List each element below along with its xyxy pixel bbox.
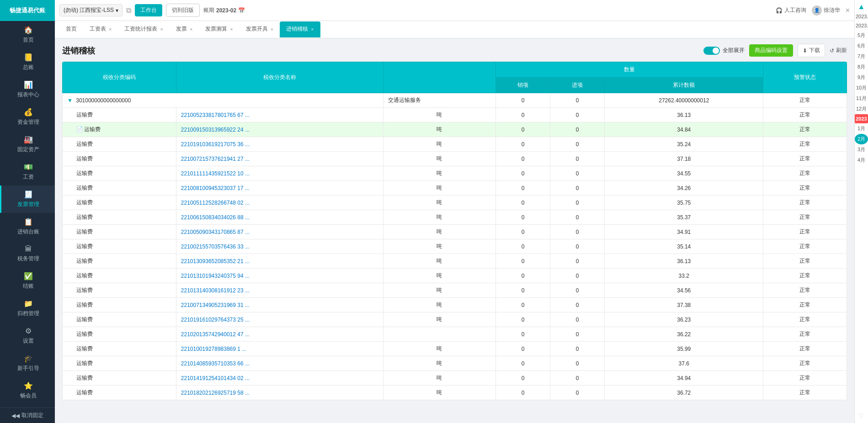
support-link[interactable]: 🎧 人工咨询: [776, 6, 806, 14]
tax-icon: 🏛: [25, 245, 32, 253]
table-row[interactable]: 运输费 221011111435921522 10 ... 吨 0 0 34.5…: [63, 166, 847, 181]
expand-icon[interactable]: ▼: [67, 97, 73, 104]
cell-tag: 吨: [383, 137, 495, 152]
month-4[interactable]: 4月: [855, 155, 868, 165]
table-row[interactable]: 运输费 221013093652085352 21 ... 吨 0 0 36.1…: [63, 254, 847, 269]
month-2[interactable]: 2月: [855, 134, 868, 144]
expand-toggle[interactable]: 全部展开: [703, 47, 745, 55]
cell-sales: 0: [496, 181, 550, 196]
sidebar-item-capital[interactable]: 💰 资金管理: [0, 103, 55, 131]
tab-close-icon[interactable]: ×: [230, 26, 233, 32]
table-row[interactable]: 运输费 221002155703576436 33 ... 吨 0 0 35.1…: [63, 239, 847, 254]
copy-icon[interactable]: ⧉: [126, 6, 131, 15]
cell-purchase: 0: [550, 225, 605, 239]
table-row[interactable]: 运输费 221013140308161912 23 ... 吨 0 0 34.5…: [63, 283, 847, 298]
sidebar-item-label: 报表中心: [17, 91, 39, 99]
table-row[interactable]: 运输费 221005233817801765 67 ... 吨 0 0 36.1…: [63, 108, 847, 122]
sidebar-item-closing[interactable]: ✅ 结账: [0, 267, 55, 295]
tab-invoice-calc[interactable]: 发票测算 ×: [199, 21, 239, 37]
toggle-track[interactable]: [703, 47, 720, 55]
table-row[interactable]: 运输费 221007215737621941 27 ... 吨 0 0 37.1…: [63, 152, 847, 166]
switch-version-button[interactable]: 切到旧版: [166, 4, 200, 17]
tab-close-icon[interactable]: ×: [190, 26, 192, 32]
table-row[interactable]: 运输费 221018202126925719 58 ... 吨 0 0 36.7…: [63, 386, 847, 400]
month-12[interactable]: 12月: [855, 104, 868, 114]
tab-label: 进销稽核: [286, 25, 308, 33]
table-row[interactable]: 运输费 221007134905231969 31 ... 吨 0 0 37.3…: [63, 298, 847, 312]
sidebar-item-invoice[interactable]: 🧾 发票管理: [0, 185, 55, 213]
company-selector[interactable]: (勿动) 江西报宝-LSS ▾: [59, 4, 122, 16]
sidebar-item-tax[interactable]: 🏛 税务管理: [0, 240, 55, 267]
month-10[interactable]: 10月: [855, 83, 868, 93]
month-8[interactable]: 8月: [855, 62, 868, 72]
tab-close-icon[interactable]: ×: [311, 26, 314, 32]
table-row[interactable]: 运输费 221014085935710353 66 ... 吨 0 0 37.6…: [63, 356, 847, 371]
month-6[interactable]: 6月: [855, 41, 868, 51]
download-button[interactable]: ⬇ 下载: [798, 44, 825, 57]
tab-salary-table[interactable]: 工资表 ×: [83, 21, 118, 37]
refresh-button[interactable]: ↺ 刷新: [830, 47, 847, 54]
table-row[interactable]: 运输费 221005090343170865 87 ... 吨 0 0 34.9…: [63, 225, 847, 239]
cell-status: 正常: [763, 152, 847, 166]
tab-invoice-issue[interactable]: 发票开具 ×: [240, 21, 280, 37]
month-5[interactable]: 5月: [855, 30, 868, 41]
table-row[interactable]: 运输费 221019161029764373 25 ... 吨 0 0 36.2…: [63, 312, 847, 327]
tab-close-icon[interactable]: ×: [271, 26, 273, 32]
month-2023-02-top2[interactable]: 2023.02: [855, 21, 868, 30]
workbench-button[interactable]: 工作台: [135, 4, 162, 16]
month-7[interactable]: 7月: [855, 51, 868, 62]
year-2023[interactable]: 2023: [855, 114, 868, 123]
cell-purchase: 0: [550, 283, 605, 298]
sidebar-logo: 畅捷通易代账: [0, 0, 55, 21]
sidebar-item-reports[interactable]: 📊 报表中心: [0, 76, 55, 103]
sidebar-item-home[interactable]: 🏠 首页: [0, 21, 55, 48]
cell-tag: 吨: [383, 166, 495, 181]
sidebar-item-salary[interactable]: 💵 工资: [0, 158, 55, 185]
tab-close-icon[interactable]: ×: [160, 26, 163, 32]
month-9[interactable]: 9月: [855, 72, 868, 83]
user-menu[interactable]: 👤 徐涟华: [812, 5, 840, 16]
sidebar-item-assets[interactable]: 🏭 固定资产: [0, 131, 55, 158]
table-row[interactable]: 运输费 221010019278983869 1 ... 吨 0 0 35.99…: [63, 342, 847, 356]
period-selector[interactable]: 账期 2023-02 📅: [203, 6, 245, 14]
tab-sales-audit[interactable]: 进销稽核 ×: [280, 21, 320, 37]
sidebar-item-settings[interactable]: ⚙ 设置: [0, 322, 55, 349]
sidebar-item-guide[interactable]: 🎓 新手引导: [0, 349, 55, 377]
sidebar-item-sales-ledger[interactable]: 📋 进销台账: [0, 213, 55, 240]
cell-tag: 吨: [383, 152, 495, 166]
table-row[interactable]: 运输费 221014191254101434 02 ... 吨 0 0 34.9…: [63, 371, 847, 386]
tab-invoice[interactable]: 发票 ×: [170, 21, 199, 37]
pin-icon: ◀◀: [11, 412, 20, 419]
tab-close-icon[interactable]: ×: [109, 26, 112, 32]
cell-cumulative: 33.2: [605, 269, 763, 283]
table-row[interactable]: 运输费 221005112528266748 02 ... 吨 0 0 35.7…: [63, 196, 847, 210]
product-code-button[interactable]: 商品编码设置: [749, 44, 793, 57]
sidebar-item-member[interactable]: ⭐ 畅会员: [0, 377, 55, 404]
cell-cumulative: 34.94: [605, 371, 763, 386]
cell-purchase: 0: [550, 356, 605, 371]
table-row[interactable]: 📄运输费 221009150313965922 24 ... 吨 0 0 34.…: [63, 122, 847, 137]
month-11[interactable]: 11月: [855, 93, 868, 104]
sidebar-item-label: 发票管理: [17, 201, 39, 208]
panel-up-button[interactable]: ▲: [857, 2, 866, 12]
sidebar-item-ledger[interactable]: 📒 总账: [0, 48, 55, 76]
month-2023-02-top[interactable]: 2023.02: [855, 12, 868, 21]
table-row[interactable]: 运输费 221006150834034026 88 ... 吨 0 0 35.3…: [63, 210, 847, 225]
month-3[interactable]: 3月: [855, 144, 868, 155]
table-row[interactable]: 运输费 221019103619217075 36 ... 吨 0 0 35.2…: [63, 137, 847, 152]
cell-tag: 吨: [383, 210, 495, 225]
cell-tag: 吨: [383, 196, 495, 210]
capital-icon: 💰: [24, 108, 33, 116]
close-button[interactable]: ×: [846, 6, 850, 15]
table-row[interactable]: 运输费 221013101943240375 94 ... 吨 0 0 33.2…: [63, 269, 847, 283]
tab-salary-report[interactable]: 工资统计报表 ×: [118, 21, 169, 37]
month-1[interactable]: 1月: [855, 123, 868, 134]
tab-home[interactable]: 首页: [59, 21, 83, 37]
table-row[interactable]: ▼ 301000000000000000 交通运输服务 0 0 27262.40…: [63, 93, 847, 108]
cell-purchase: 0: [550, 122, 605, 137]
table-row[interactable]: 运输费 221008100945323037 17 ... 吨 0 0 34.2…: [63, 181, 847, 196]
sidebar-unpin[interactable]: ◀◀ 取消固定: [0, 407, 55, 423]
cell-tag: 吨: [383, 371, 495, 386]
sidebar-item-archive[interactable]: 📁 归档管理: [0, 295, 55, 322]
table-row[interactable]: 运输费 221020135742940012 47 ... 0 0 36.22 …: [63, 327, 847, 342]
